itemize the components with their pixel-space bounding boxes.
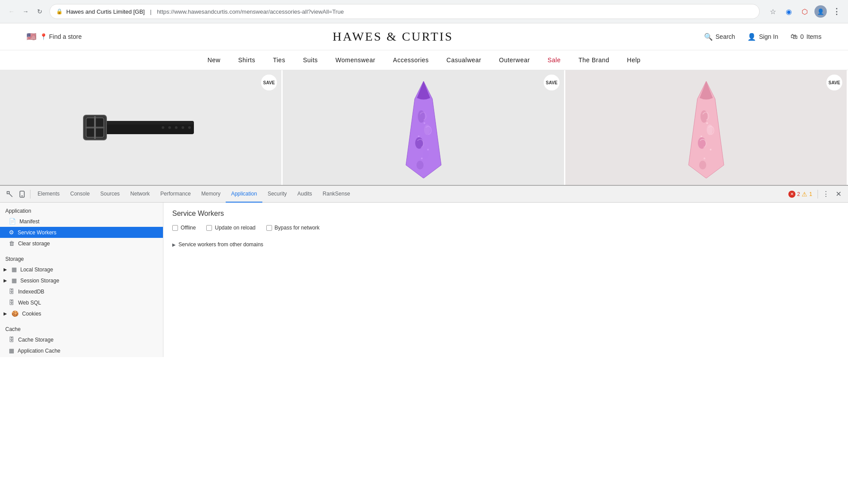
panel-title: Service Workers: [172, 210, 839, 218]
devtools-body: Application 📄 Manifest ⚙ Service Workers…: [0, 203, 848, 357]
sign-in-button[interactable]: 👤 Sign In: [747, 33, 778, 41]
brand-logo: HAWES & CURTIS: [333, 30, 453, 44]
svg-point-10: [188, 126, 191, 129]
store-finder-button[interactable]: 📍 Find a store: [40, 33, 82, 40]
sidebar-item-web-sql[interactable]: 🗄 Web SQL: [0, 297, 163, 308]
menu-button[interactable]: ⋮: [830, 5, 843, 18]
tab-application[interactable]: Application: [226, 186, 262, 203]
bookmark-button[interactable]: ☆: [767, 5, 779, 18]
tab-network[interactable]: Network: [125, 186, 155, 203]
svg-point-26: [700, 135, 702, 137]
nav-item-help[interactable]: Help: [627, 56, 641, 64]
browser-toolbar: ← → ↻ 🔒 Hawes and Curtis Limited [GB] | …: [0, 0, 848, 23]
svg-point-12: [424, 124, 430, 135]
nav-item-new[interactable]: New: [208, 56, 221, 64]
sidebar-item-cookies[interactable]: ▶ 🍪 Cookies: [0, 308, 163, 319]
warn-count-badge[interactable]: ⚠ 1: [802, 191, 812, 198]
offline-checkbox-label[interactable]: Offline: [172, 225, 196, 231]
url-base: https://www.hawesandcurtis.com: [157, 8, 240, 15]
search-icon: 🔍: [704, 33, 713, 41]
sidebar-item-cache-storage[interactable]: 🗄 Cache Storage: [0, 334, 163, 345]
error-count-badge[interactable]: ✕ 2: [788, 191, 800, 198]
product-grid: SAVE SAVE: [0, 70, 848, 185]
extension2-button[interactable]: ⬡: [799, 5, 811, 18]
refresh-button[interactable]: ↻: [34, 5, 46, 18]
sidebar-item-indexeddb[interactable]: 🗄 IndexedDB: [0, 286, 163, 297]
top-bar-right: 🔍 Search 👤 Sign In 🛍 0 Items: [704, 33, 822, 41]
devtools-inspect-button[interactable]: [4, 188, 16, 200]
top-bar: 🇺🇸 📍 Find a store HAWES & CURTIS 🔍 Searc…: [0, 23, 848, 50]
service-workers-label: Service Workers: [18, 229, 57, 236]
find-store-label: Find a store: [49, 33, 82, 40]
session-storage-icon: ▦: [11, 277, 17, 284]
other-domains-expander[interactable]: ▶ Service workers from other domains: [172, 240, 839, 249]
sidebar-item-clear-storage[interactable]: 🗑 Clear storage: [0, 238, 163, 249]
extension1-button[interactable]: ◉: [783, 5, 795, 18]
search-button[interactable]: 🔍 Search: [704, 33, 735, 41]
bypass-for-network-checkbox-label[interactable]: Bypass for network: [266, 225, 320, 231]
tab-ranksense[interactable]: RankSense: [318, 186, 356, 203]
nav-item-womenswear[interactable]: Womenswear: [336, 56, 375, 64]
tab-audits[interactable]: Audits: [292, 186, 317, 203]
sidebar-item-local-storage[interactable]: ▶ ▦ Local Storage: [0, 264, 163, 275]
svg-rect-31: [20, 191, 24, 197]
nav-item-ties[interactable]: Ties: [273, 56, 285, 64]
devtools-close-button[interactable]: ✕: [832, 188, 844, 200]
bypass-for-network-checkbox[interactable]: [266, 225, 272, 231]
cart-icon: 🛍: [791, 33, 798, 41]
devtools-device-button[interactable]: [16, 188, 28, 200]
cart-button[interactable]: 🛍 0 Items: [791, 33, 822, 41]
devtools-panel: Elements Console Sources Network Perform…: [0, 185, 848, 357]
clear-storage-icon: 🗑: [9, 240, 15, 247]
sidebar-item-manifest[interactable]: 📄 Manifest: [0, 216, 163, 227]
nav-item-shirts[interactable]: Shirts: [238, 56, 255, 64]
bypass-for-network-label: Bypass for network: [275, 225, 320, 231]
nav-item-the-brand[interactable]: The Brand: [579, 56, 610, 64]
product-card-pink-tie[interactable]: SAVE: [565, 70, 848, 185]
svg-point-15: [416, 161, 424, 169]
update-on-reload-checkbox-label[interactable]: Update on reload: [206, 225, 255, 231]
svg-point-25: [706, 122, 708, 124]
devtools-more-button[interactable]: ⋮: [820, 188, 832, 200]
tab-performance[interactable]: Performance: [155, 186, 196, 203]
product-card-belt[interactable]: SAVE: [0, 70, 283, 185]
update-on-reload-checkbox[interactable]: [206, 225, 212, 231]
svg-point-19: [421, 158, 423, 159]
manifest-label: Manifest: [19, 218, 39, 225]
expand-arrow-local: ▶: [4, 267, 7, 272]
nav-item-sale[interactable]: Sale: [548, 56, 561, 64]
tab-memory[interactable]: Memory: [196, 186, 226, 203]
sidebar-item-application-cache[interactable]: ▦ Application Cache: [0, 345, 163, 356]
svg-point-28: [704, 158, 705, 159]
flag-icon: 🇺🇸: [26, 32, 36, 41]
svg-point-27: [710, 149, 712, 150]
product-card-purple-tie[interactable]: SAVE: [283, 70, 565, 185]
back-button[interactable]: ←: [5, 5, 18, 18]
browser-actions: ☆ ◉ ⬡ 👤 ⋮: [767, 5, 843, 18]
tab-elements[interactable]: Elements: [32, 186, 65, 203]
svg-point-6: [162, 126, 164, 129]
nav-item-accessories[interactable]: Accessories: [393, 56, 429, 64]
tab-security[interactable]: Security: [262, 186, 292, 203]
warn-count: 1: [809, 191, 812, 197]
sidebar-item-session-storage[interactable]: ▶ ▦ Session Storage: [0, 275, 163, 286]
offline-checkbox[interactable]: [172, 225, 178, 231]
tab-console[interactable]: Console: [65, 186, 95, 203]
nav-item-casualwear[interactable]: Casualwear: [447, 56, 481, 64]
address-bar[interactable]: 🔒 Hawes and Curtis Limited [GB] | https:…: [49, 4, 760, 19]
search-label: Search: [716, 33, 735, 40]
cookies-icon: 🍪: [11, 310, 19, 317]
main-navigation: New Shirts Ties Suits Womenswear Accesso…: [0, 50, 848, 70]
nav-item-outerwear[interactable]: Outerwear: [499, 56, 530, 64]
devtools-sidebar: Application 📄 Manifest ⚙ Service Workers…: [0, 203, 163, 357]
nav-item-suits[interactable]: Suits: [303, 56, 318, 64]
tab-sources[interactable]: Sources: [95, 186, 125, 203]
clear-storage-label: Clear storage: [18, 241, 50, 247]
local-storage-icon: ▦: [11, 266, 17, 273]
svg-point-24: [699, 161, 706, 169]
web-sql-icon: 🗄: [9, 299, 15, 306]
forward-button[interactable]: →: [19, 5, 32, 18]
sidebar-item-service-workers[interactable]: ⚙ Service Workers: [0, 227, 163, 238]
profile-button[interactable]: 👤: [814, 5, 827, 18]
sidebar-divider2: [0, 319, 163, 323]
